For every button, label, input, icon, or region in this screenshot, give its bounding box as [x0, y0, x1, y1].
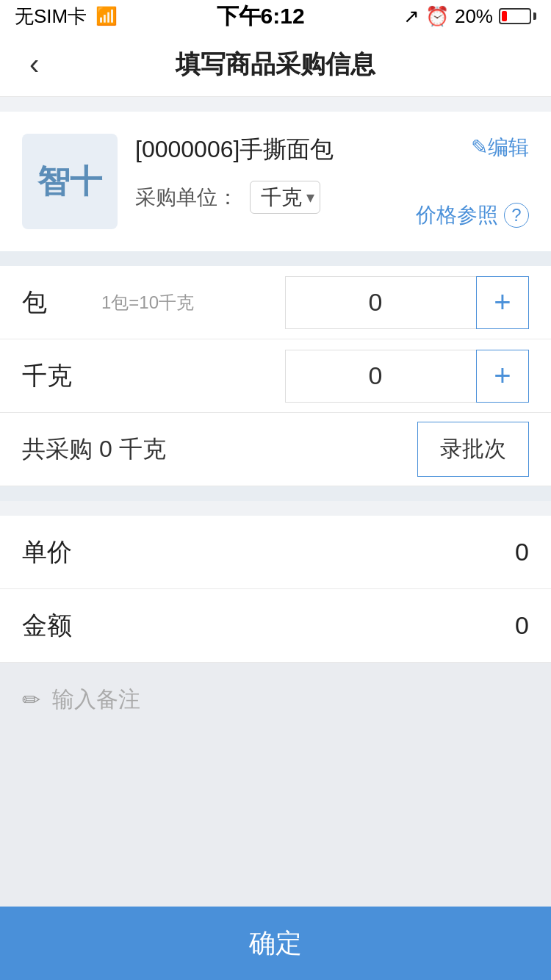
- product-image: 智十: [22, 134, 118, 229]
- kg-input-group: +: [285, 350, 529, 403]
- bao-plus-button[interactable]: +: [476, 276, 529, 329]
- status-bar: 无SIM卡 📶 下午6:12 ↗ ⏰ 20%: [0, 0, 551, 32]
- back-button[interactable]: ‹: [22, 40, 46, 88]
- pencil-icon: ✏: [22, 687, 40, 713]
- amount-value: 0: [515, 611, 529, 640]
- amount-label: 金额: [22, 609, 72, 643]
- status-time: 下午6:12: [217, 1, 305, 32]
- page-title: 填写商品采购信息: [176, 48, 375, 82]
- location-icon: ↗: [403, 5, 419, 28]
- unit-label: 采购单位：: [135, 184, 238, 212]
- price-section: 单价 0 金额 0: [0, 516, 551, 663]
- input-section: 包 1包=10千克 + 千克 +: [0, 266, 551, 413]
- batch-button[interactable]: 录批次: [417, 422, 529, 477]
- bao-input[interactable]: [285, 276, 476, 329]
- unit-price-row: 单价 0: [0, 516, 551, 589]
- product-logo: 智十: [37, 160, 102, 203]
- kg-input[interactable]: [285, 350, 476, 403]
- divider-1: [0, 251, 551, 266]
- price-ref-link[interactable]: 价格参照 ?: [416, 201, 529, 229]
- nav-bar: ‹ 填写商品采购信息: [0, 32, 551, 97]
- bao-label: 包: [22, 286, 96, 320]
- kg-plus-button[interactable]: +: [476, 350, 529, 403]
- wifi-icon: 📶: [96, 6, 118, 26]
- bao-sublabel: 1包=10千克: [101, 291, 194, 314]
- total-row: 共采购 0 千克 录批次: [0, 413, 551, 486]
- carrier-text: 无SIM卡: [15, 4, 87, 29]
- bao-row: 包 1包=10千克 +: [0, 266, 551, 339]
- remark-placeholder: 输入备注: [52, 685, 140, 715]
- remark-section[interactable]: ✏ 输入备注: [0, 663, 551, 737]
- kg-row: 千克 +: [0, 339, 551, 413]
- unit-select[interactable]: 千克: [250, 181, 320, 214]
- battery-icon: [499, 8, 536, 24]
- price-ref-help-icon: ?: [504, 203, 529, 228]
- unit-price-label: 单价: [22, 536, 72, 569]
- kg-label: 千克: [22, 359, 96, 393]
- bao-input-group: +: [285, 276, 529, 329]
- unit-select-wrap[interactable]: 千克: [250, 181, 320, 214]
- status-left: 无SIM卡 📶: [15, 4, 118, 29]
- unit-price-value: 0: [515, 538, 529, 566]
- total-label: 共采购 0 千克: [22, 433, 166, 466]
- alarm-icon: ⏰: [425, 5, 449, 28]
- amount-row: 金额 0: [0, 589, 551, 663]
- battery-pct: 20%: [455, 5, 493, 28]
- product-card: 智十 [0000006]手撕面包 采购单位： 千克 ✎编辑 价格参照 ?: [0, 112, 551, 251]
- product-name: [0000006]手撕面包: [135, 134, 529, 166]
- divider-2: [0, 486, 551, 501]
- status-right: ↗ ⏰ 20%: [403, 5, 536, 28]
- confirm-button[interactable]: 确定: [0, 907, 551, 980]
- edit-link[interactable]: ✎编辑: [471, 134, 529, 162]
- price-ref-label: 价格参照: [416, 201, 498, 229]
